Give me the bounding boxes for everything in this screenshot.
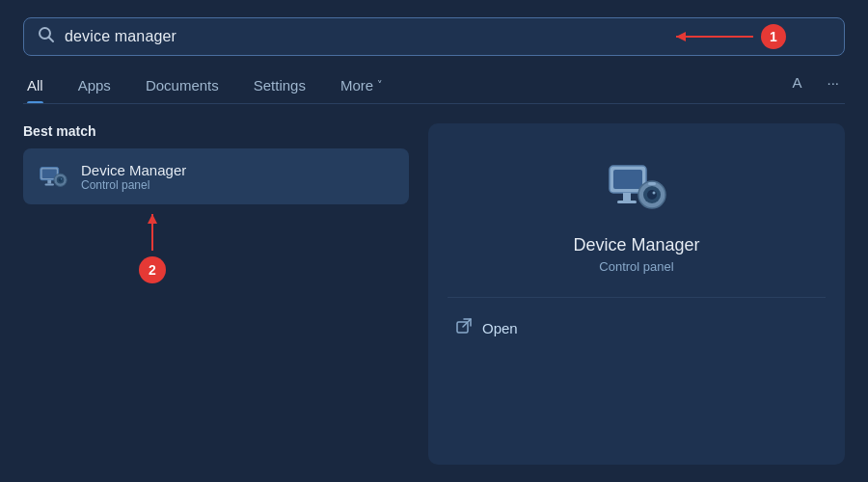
tab-settings[interactable]: Settings bbox=[236, 71, 323, 103]
result-text: Device Manager Control panel bbox=[81, 162, 186, 192]
result-item-device-manager[interactable]: Device Manager Control panel bbox=[23, 148, 409, 204]
result-title: Device Manager bbox=[81, 162, 186, 178]
detail-icon bbox=[602, 152, 671, 222]
device-manager-icon bbox=[37, 160, 69, 193]
badge-1: 1 bbox=[761, 24, 786, 49]
left-panel: Best match bbox=[23, 123, 428, 465]
svg-rect-13 bbox=[617, 201, 637, 203]
svg-point-17 bbox=[653, 192, 656, 195]
badge-2: 2 bbox=[139, 256, 166, 283]
open-button[interactable]: Open bbox=[448, 313, 526, 342]
open-label: Open bbox=[482, 320, 518, 336]
font-size-button[interactable]: A bbox=[786, 72, 807, 93]
main-content: Best match bbox=[23, 123, 845, 465]
right-panel: Device Manager Control panel Open bbox=[428, 123, 845, 465]
svg-rect-12 bbox=[623, 193, 631, 201]
svg-rect-4 bbox=[47, 180, 51, 184]
tab-documents[interactable]: Documents bbox=[128, 71, 236, 103]
divider bbox=[448, 297, 826, 298]
annotation-2-wrap: 2 bbox=[23, 214, 409, 291]
svg-point-16 bbox=[647, 190, 657, 200]
annotation-2: 2 bbox=[139, 214, 166, 283]
svg-point-9 bbox=[61, 178, 62, 179]
tab-apps[interactable]: Apps bbox=[61, 71, 128, 103]
chevron-down-icon: ˅ bbox=[377, 79, 383, 92]
more-options-button[interactable]: ··· bbox=[821, 72, 845, 93]
tab-all[interactable]: All bbox=[23, 71, 61, 103]
svg-rect-11 bbox=[613, 170, 642, 189]
tab-more[interactable]: More ˅ bbox=[323, 71, 400, 103]
svg-rect-18 bbox=[648, 182, 656, 185]
svg-rect-5 bbox=[45, 184, 54, 186]
svg-line-1 bbox=[49, 38, 54, 42]
search-icon bbox=[38, 26, 55, 47]
search-window: device manager 1 All Apps Documents Sett… bbox=[0, 0, 868, 482]
open-external-icon bbox=[455, 317, 473, 338]
detail-subtitle: Control panel bbox=[599, 259, 673, 274]
annotation-1: 1 bbox=[676, 24, 786, 49]
arrow-1 bbox=[676, 36, 753, 38]
arrow-2-line bbox=[151, 214, 153, 251]
best-match-label: Best match bbox=[23, 123, 409, 139]
tabs-right-actions: A ··· bbox=[786, 72, 845, 102]
search-bar[interactable]: device manager 1 bbox=[23, 17, 845, 56]
result-subtitle: Control panel bbox=[81, 178, 186, 192]
tabs-bar: All Apps Documents Settings More ˅ A ··· bbox=[23, 71, 845, 104]
detail-title: Device Manager bbox=[573, 235, 699, 255]
svg-line-20 bbox=[463, 319, 471, 327]
